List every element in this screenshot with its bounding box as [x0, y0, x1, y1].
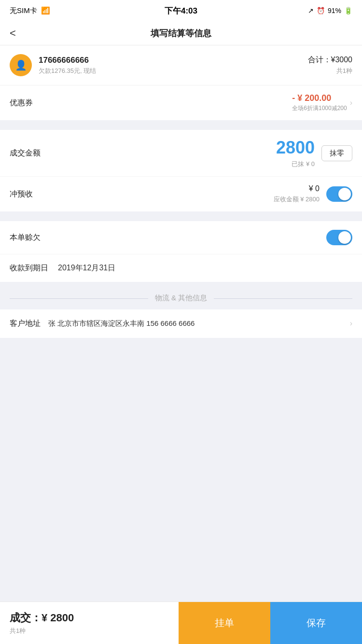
location-icon: ↗ — [308, 7, 314, 14]
due-date-value: 2019年12月31日 — [58, 263, 115, 273]
user-row: 👤 17666666666 欠款1276.35元, 现结 合计：¥3000 共1… — [0, 45, 362, 85]
bottom-info: 成交：¥ 2800 共1种 — [0, 611, 179, 635]
debit-toggle[interactable] — [326, 230, 352, 245]
prepayment-right: ¥ 0 应收金额 ¥ 2800 — [274, 184, 320, 204]
nav-bar: < 填写结算等信息 — [0, 21, 362, 45]
alarm-icon: ⏰ — [317, 7, 325, 14]
bottom-deal-label: 成交：¥ 2800 — [10, 611, 169, 625]
deal-amount-sub: 已抹 ¥ 0 — [276, 160, 315, 168]
empty-space — [0, 343, 362, 439]
carrier-label: 无SIM卡 — [10, 6, 37, 15]
deal-amount-card: 成交金额 2800 已抹 ¥ 0 抹零 冲预收 ¥ 0 应收金额 ¥ 2800 — [0, 130, 362, 211]
bottom-count: 共1种 — [10, 627, 169, 635]
save-button[interactable]: 保存 — [270, 602, 362, 644]
coupon-chevron: › — [350, 98, 352, 107]
address-card: 客户地址 张 北京市市辖区海淀区永丰南 156 6666 6666 › — [0, 309, 362, 338]
battery-icon: 🔋 — [344, 7, 352, 14]
deal-amount-right: 2800 已抹 ¥ 0 抹零 — [276, 138, 352, 168]
prepayment-row: 冲预收 ¥ 0 应收金额 ¥ 2800 — [0, 177, 362, 211]
prepayment-sub: 应收金额 ¥ 2800 — [274, 195, 320, 204]
coupon-discount: - ¥ 200.00 — [292, 93, 347, 103]
total-amount: 合计：¥3000 — [308, 55, 353, 65]
total-count: 共1种 — [308, 67, 353, 75]
back-button[interactable]: < — [10, 23, 20, 43]
battery-label: 91% — [328, 7, 341, 14]
wifi-icon: 📶 — [41, 6, 50, 15]
address-label: 客户地址 — [10, 319, 43, 329]
address-chevron: › — [350, 319, 352, 328]
erase-button[interactable]: 抹零 — [321, 145, 352, 161]
due-date-row: 收款到期日 2019年12月31日 — [0, 254, 362, 282]
debit-label: 本单赊欠 — [10, 233, 41, 243]
avatar: 👤 — [10, 54, 32, 76]
address-value: 张 北京市市辖区海淀区永丰南 156 6666 6666 — [48, 318, 345, 329]
page-title: 填写结算等信息 — [151, 28, 211, 39]
debit-card: 本单赊欠 收款到期日 2019年12月31日 — [0, 221, 362, 282]
status-time: 下午4:03 — [165, 5, 197, 16]
status-bar: 无SIM卡 📶 下午4:03 ↗ ⏰ 91% 🔋 — [0, 0, 362, 21]
coupon-row[interactable]: 优惠券 - ¥ 200.00 全场6折满1000减200 › — [0, 85, 362, 120]
user-phone: 17666666666 — [39, 56, 96, 65]
main-content: 👤 17666666666 欠款1276.35元, 现结 合计：¥3000 共1… — [0, 45, 362, 483]
user-left: 👤 17666666666 欠款1276.35元, 现结 — [10, 54, 96, 76]
due-date-label: 收款到期日 — [10, 263, 48, 273]
hang-button[interactable]: 挂单 — [179, 602, 270, 644]
deal-amount-label: 成交金额 — [10, 148, 41, 158]
deal-amount-row: 成交金额 2800 已抹 ¥ 0 抹零 — [0, 130, 362, 177]
prepayment-value: ¥ 0 — [309, 184, 320, 193]
prepayment-label: 冲预收 — [10, 189, 33, 199]
bottom-bar: 成交：¥ 2800 共1种 挂单 保存 — [0, 602, 362, 644]
avatar-icon: 👤 — [15, 59, 27, 71]
status-left: 无SIM卡 📶 — [10, 6, 50, 15]
section-divider-2 — [0, 216, 362, 221]
user-info: 17666666666 欠款1276.35元, 现结 — [39, 56, 96, 75]
logistics-divider: 物流 & 其他信息 — [0, 287, 362, 309]
prepayment-toggle[interactable] — [326, 186, 352, 202]
debit-row: 本单赊欠 — [0, 221, 362, 254]
coupon-right: - ¥ 200.00 全场6折满1000减200 › — [292, 93, 352, 112]
user-total: 合计：¥3000 共1种 — [308, 55, 353, 75]
section-divider-1 — [0, 125, 362, 130]
deal-amount-value: 2800 — [276, 138, 315, 158]
logistics-section-label: 物流 & 其他信息 — [148, 294, 214, 303]
coupon-label: 优惠券 — [10, 98, 33, 108]
user-card: 👤 17666666666 欠款1276.35元, 现结 合计：¥3000 共1… — [0, 45, 362, 120]
bottom-deal-amount: ¥ 2800 — [42, 612, 74, 624]
status-right: ↗ ⏰ 91% 🔋 — [308, 7, 352, 14]
user-sub-text: 欠款1276.35元, 现结 — [39, 67, 96, 75]
coupon-description: 全场6折满1000减200 — [292, 104, 347, 112]
address-row[interactable]: 客户地址 张 北京市市辖区海淀区永丰南 156 6666 6666 › — [0, 309, 362, 338]
